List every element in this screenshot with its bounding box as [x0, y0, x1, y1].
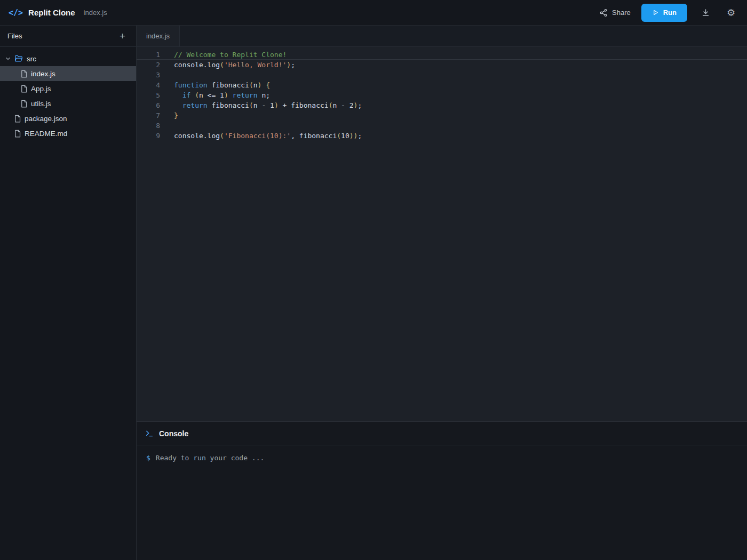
code-text — [160, 70, 174, 80]
files-header-row: Files + — [0, 26, 136, 47]
code-line[interactable]: 1// Welcome to Replit Clone! — [137, 50, 747, 60]
line-number: 2 — [137, 60, 160, 70]
file-item-package-json[interactable]: package.json — [0, 111, 136, 126]
code-editor[interactable]: 1// Welcome to Replit Clone!2console.log… — [137, 47, 747, 421]
share-button[interactable]: Share — [599, 9, 631, 17]
share-label: Share — [612, 9, 631, 17]
code-text: console.log('Hello, World!'); — [160, 60, 295, 70]
file-icon — [20, 100, 27, 108]
code-text: } — [160, 110, 178, 121]
code-text — [160, 121, 174, 131]
file-icon — [14, 130, 21, 138]
main-layout: Files + srcindex.jsApp.jsutils.jspackage… — [0, 26, 747, 560]
console-output[interactable]: $Ready to run your code ... — [137, 445, 747, 470]
topbar-active-file: index.js — [84, 9, 107, 17]
console-message: Ready to run your code ... — [156, 454, 265, 462]
code-text: if (n <= 1) return n; — [160, 90, 270, 100]
settings-button[interactable]: ⚙ — [724, 5, 738, 20]
file-explorer: Files + srcindex.jsApp.jsutils.jspackage… — [0, 26, 137, 560]
play-icon — [652, 9, 659, 16]
console-prompt: $ — [146, 454, 150, 462]
line-number: 7 — [137, 110, 160, 121]
code-line[interactable]: 5 if (n <= 1) return n; — [137, 90, 747, 100]
app-logo-icon: </> — [9, 8, 23, 18]
line-number: 4 — [137, 80, 160, 90]
file-icon — [14, 115, 21, 123]
file-tree: srcindex.jsApp.jsutils.jspackage.jsonREA… — [0, 47, 136, 141]
run-label: Run — [663, 9, 677, 17]
files-header: Files — [7, 32, 22, 40]
tree-item-label: package.json — [25, 115, 67, 123]
chevron-down-icon — [5, 56, 11, 61]
tab-label: index.js — [146, 32, 170, 40]
editor-column: index.js 1// Welcome to Replit Clone!2co… — [137, 26, 747, 560]
code-text: return fibonacci(n - 1) + fibonacci(n - … — [160, 100, 362, 110]
download-button[interactable] — [698, 5, 713, 20]
line-number: 3 — [137, 70, 160, 80]
line-number: 9 — [137, 131, 160, 141]
code-text: function fibonacci(n) { — [160, 80, 270, 90]
code-text: console.log('Fibonacci(10):', fibonacci(… — [160, 131, 362, 141]
code-line[interactable]: 7} — [137, 110, 747, 121]
code-line[interactable]: 6 return fibonacci(n - 1) + fibonacci(n … — [137, 100, 747, 110]
line-number: 8 — [137, 121, 160, 131]
topbar-actions: Share Run ⚙ — [599, 4, 738, 22]
share-icon — [599, 9, 608, 17]
tree-item-label: index.js — [31, 70, 55, 78]
file-item-utils-js[interactable]: utils.js — [0, 96, 136, 111]
tree-item-label: utils.js — [31, 100, 51, 108]
run-button[interactable]: Run — [641, 4, 687, 22]
file-item-app-js[interactable]: App.js — [0, 81, 136, 96]
app-window: </> Replit Clone index.js Share — [0, 0, 747, 560]
code-line[interactable]: 3 — [137, 70, 747, 80]
file-item-index-js[interactable]: index.js — [0, 66, 136, 81]
code-line[interactable]: 8 — [137, 121, 747, 131]
download-icon — [701, 8, 710, 17]
console-header: Console — [137, 422, 747, 445]
line-number: 6 — [137, 100, 160, 110]
gear-icon: ⚙ — [727, 8, 735, 18]
file-icon — [20, 85, 27, 93]
add-file-button[interactable]: + — [116, 30, 129, 42]
topbar: </> Replit Clone index.js Share — [0, 0, 747, 26]
code-line[interactable]: 9console.log('Fibonacci(10):', fibonacci… — [137, 131, 747, 141]
terminal-icon — [145, 429, 154, 438]
folder-open-icon — [14, 55, 23, 62]
file-icon — [20, 70, 27, 78]
file-item-readme-md[interactable]: README.md — [0, 126, 136, 141]
line-number: 1 — [137, 50, 160, 60]
tree-item-label: src — [27, 55, 36, 63]
code-line[interactable]: 2console.log('Hello, World!'); — [137, 60, 747, 70]
tree-item-label: README.md — [25, 130, 67, 138]
code-text: // Welcome to Replit Clone! — [160, 50, 287, 60]
console-panel: Console $Ready to run your code ... — [137, 421, 747, 560]
console-title: Console — [159, 429, 188, 438]
line-number: 5 — [137, 90, 160, 100]
tree-item-label: App.js — [31, 85, 51, 93]
tab-bar: index.js — [137, 26, 747, 47]
folder-item-src[interactable]: src — [0, 51, 136, 66]
code-line[interactable]: 4function fibonacci(n) { — [137, 80, 747, 90]
tab-index-js[interactable]: index.js — [137, 26, 180, 46]
app-title: Replit Clone — [28, 8, 75, 17]
